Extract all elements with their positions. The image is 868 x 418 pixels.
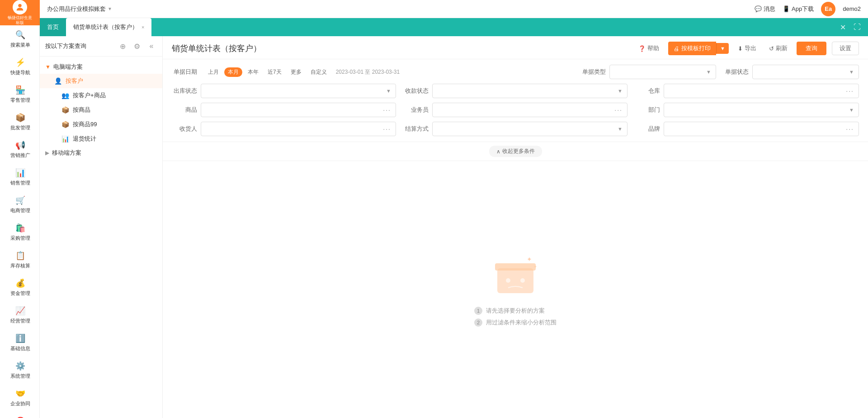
ship-status-select[interactable]: ▼ [201, 84, 396, 98]
sidebar-item-8[interactable]: 📋库存核算 [0, 246, 40, 274]
refresh-button[interactable]: ↺ 刷新 [765, 43, 791, 54]
date-shortcut-this-year[interactable]: 本年 [244, 67, 262, 77]
sidebar-label-11: 基础信息 [10, 345, 30, 352]
empty-svg: ✦ ✦ [488, 252, 542, 298]
app-download-label: App下载 [792, 5, 814, 13]
sidebar-icon-2: 🏪 [15, 85, 25, 95]
svg-point-4 [520, 278, 525, 283]
sidebar-item-2[interactable]: 🏪零售管理 [0, 81, 40, 108]
collapse-bar[interactable]: ∧ 收起更多条件 [163, 142, 868, 161]
help-button[interactable]: ❓ 帮助 [635, 43, 663, 54]
settings-scheme-button[interactable]: ⚙ [132, 41, 142, 52]
print-icon: 🖨 [674, 45, 679, 52]
sidebar-item-11[interactable]: ℹ️基础信息 [0, 329, 40, 356]
date-shortcut-this-month[interactable]: 本月 [224, 67, 242, 77]
sidebar-item-14[interactable]: 🎯新手引导 [0, 412, 40, 418]
print-label: 按模板打印 [681, 44, 711, 52]
account-selector-arrow: ▼ [108, 6, 112, 11]
query-button[interactable]: 查询 [797, 42, 826, 55]
warehouse-select[interactable]: ··· [664, 84, 859, 98]
print-main-button[interactable]: 🖨 按模板打印 [668, 42, 716, 55]
tree-item-by-product99[interactable]: 📦 按商品99 [40, 117, 162, 132]
main-area: 办公用品行业模拟账套 ▼ 💬 消息 📱 App下载 Ea demo2 首页 销货… [40, 0, 868, 418]
filter-row-status: 出库状态 ▼ 收款状态 ▼ 仓库 ··· [172, 84, 859, 98]
page-actions: ❓ 帮助 🖨 按模板打印 ▼ ⬇ 导出 [635, 42, 859, 55]
account-selector[interactable]: 办公用品行业模拟账套 ▼ [47, 5, 112, 13]
sidebar-label-9: 资金管理 [10, 290, 30, 297]
hint-text-1: 请先选择要分析的方案 [486, 307, 545, 315]
sidebar-item-3[interactable]: 📦批发管理 [0, 108, 40, 136]
collapse-more-button[interactable]: ∧ 收起更多条件 [489, 146, 542, 157]
gear-icon: ⚙ [134, 42, 140, 51]
salesperson-select[interactable]: ··· [432, 103, 627, 117]
sidebar-icon-1: ⚡ [15, 57, 25, 67]
department-select[interactable]: ▼ [664, 103, 859, 117]
tree-group-mobile[interactable]: ▶ 移动端方案 [40, 146, 162, 160]
sidebar-item-7[interactable]: 🛍️采购管理 [0, 218, 40, 246]
status-filter-label: 单据状态 [723, 68, 749, 76]
payment-status-select[interactable]: ▼ [432, 84, 627, 98]
page-title: 销货单统计表（按客户） [172, 43, 261, 54]
sidebar-label-3: 批发管理 [10, 124, 30, 131]
app-download-icon: 📱 [783, 5, 790, 12]
svg-point-0 [18, 4, 21, 7]
sidebar-item-1[interactable]: ⚡快捷导航 [0, 53, 40, 81]
tree-item-by-customer-product[interactable]: 👥 按客户+商品 [40, 88, 162, 103]
date-shortcut-last-month[interactable]: 上月 [204, 67, 222, 77]
app-logo: 畅捷信好生意标版 [0, 0, 40, 25]
sidebar-item-12[interactable]: ⚙️系统管理 [0, 356, 40, 384]
department-arrow: ▼ [849, 107, 854, 113]
app-logo-text: 畅捷信好生意标版 [8, 15, 32, 25]
sidebar-item-13[interactable]: 🤝企业协同 [0, 384, 40, 412]
tab-close-all-button[interactable]: ✕ [837, 22, 848, 33]
ship-status-label: 出库状态 [172, 87, 197, 95]
sidebar-item-5[interactable]: 📊销售管理 [0, 163, 40, 191]
brand-ellipsis-icon: ··· [846, 125, 854, 133]
type-select[interactable]: ▼ [609, 65, 716, 79]
receiver-select[interactable]: ··· [201, 122, 396, 136]
sidebar-label-8: 库存核算 [10, 262, 30, 269]
tree-item-by-product[interactable]: 📦 按商品 [40, 103, 162, 117]
add-scheme-button[interactable]: ⊕ [117, 41, 128, 52]
tree-item-return-stats[interactable]: 📊 退货统计 [40, 132, 162, 146]
sidebar-item-10[interactable]: 📈经营管理 [0, 301, 40, 329]
tab-home[interactable]: 首页 [40, 18, 66, 36]
tab-fullscreen-button[interactable]: ⛶ [852, 22, 863, 33]
tree-group-desktop[interactable]: ▼ 电脑端方案 [40, 60, 162, 74]
type-filter-label: 单据类型 [580, 68, 606, 76]
sidebar-item-0[interactable]: 🔍搜索菜单 [0, 25, 40, 53]
message-button[interactable]: 💬 消息 [755, 5, 775, 13]
sidebar-item-6[interactable]: 🛒电商管理 [0, 191, 40, 218]
brand-select[interactable]: ··· [664, 122, 859, 136]
settings-button[interactable]: 设置 [832, 42, 859, 55]
status-select-arrow: ▼ [849, 69, 854, 75]
topbar: 办公用品行业模拟账套 ▼ 💬 消息 📱 App下载 Ea demo2 [40, 0, 868, 18]
date-shortcut-custom[interactable]: 自定义 [307, 67, 330, 77]
avatar[interactable]: Ea [821, 2, 835, 16]
tree-item-by-customer[interactable]: 👤 按客户 [40, 74, 162, 88]
date-shortcut-7days[interactable]: 近7天 [264, 67, 285, 77]
left-panel-title: 按以下方案查询 [45, 42, 86, 50]
product-select[interactable]: ··· [201, 103, 396, 117]
collapse-panel-button[interactable]: « [146, 41, 157, 52]
status-select[interactable]: ▼ [752, 65, 859, 79]
export-button[interactable]: ⬇ 导出 [734, 43, 760, 54]
left-panel-actions: ⊕ ⚙ « [117, 41, 157, 52]
date-range-display: 2023-03-01 至 2023-03-31 [336, 68, 400, 76]
sidebar-item-9[interactable]: 💰资金管理 [0, 274, 40, 301]
svg-text:✦: ✦ [533, 264, 537, 269]
tab-report-close[interactable]: × [142, 24, 144, 30]
tab-report[interactable]: 销货单统计表（按客户） × [66, 18, 151, 36]
salesperson-ellipsis-icon: ··· [614, 106, 623, 114]
svg-point-3 [506, 278, 510, 283]
print-button[interactable]: 🖨 按模板打印 ▼ [668, 42, 729, 55]
scheme-tree: ▼ 电脑端方案 👤 按客户 👥 按客户+商品 📦 按商品 📦 按商品 [40, 57, 162, 163]
date-shortcut-more[interactable]: 更多 [287, 67, 305, 77]
print-dropdown-arrow[interactable]: ▼ [716, 43, 729, 54]
add-icon: ⊕ [120, 42, 126, 51]
app-download-button[interactable]: 📱 App下载 [783, 5, 814, 13]
settlement-select[interactable]: ▼ [432, 122, 627, 136]
collapse-icon: « [150, 42, 154, 50]
tree-group-desktop-label: 电脑端方案 [53, 63, 83, 71]
sidebar-item-4[interactable]: 📢营销推广 [0, 136, 40, 163]
